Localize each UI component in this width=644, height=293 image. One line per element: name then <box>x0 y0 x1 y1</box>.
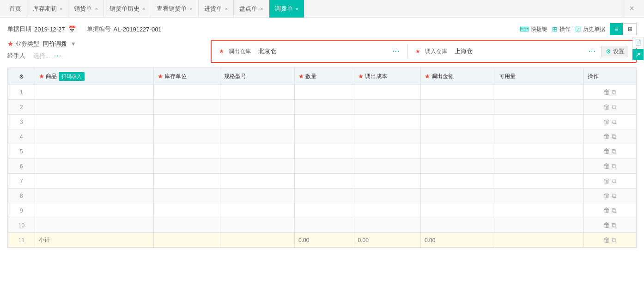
cell-unit[interactable] <box>153 85 220 100</box>
tab-purchase[interactable]: 进货单 × <box>199 0 234 18</box>
cell-amount[interactable] <box>421 159 495 174</box>
cell-qty[interactable] <box>295 159 354 174</box>
cell-spec[interactable] <box>220 85 295 100</box>
cell-amount[interactable] <box>421 129 495 144</box>
th-settings[interactable]: ⚙ <box>8 68 35 85</box>
cell-spec[interactable] <box>220 144 295 159</box>
cell-amount[interactable] <box>421 144 495 159</box>
cell-qty[interactable] <box>295 115 354 129</box>
copy-row-icon[interactable]: ⧉ <box>612 133 616 140</box>
copy-row-icon[interactable]: ⧉ <box>612 162 616 170</box>
cell-amount[interactable]: 0.00 <box>421 233 495 248</box>
cell-amount[interactable] <box>421 203 495 218</box>
copy-row-icon[interactable]: ⧉ <box>612 192 616 199</box>
biz-type-value[interactable]: 同价调拨 <box>43 40 67 48</box>
copy-row-icon[interactable]: ⧉ <box>612 103 616 110</box>
shortcuts-button[interactable]: ⌨ 快捷键 <box>520 25 547 33</box>
cell-cost[interactable] <box>354 100 421 115</box>
cell-qty[interactable] <box>295 129 354 144</box>
sidebar-expand-button[interactable]: ↗ <box>632 49 644 60</box>
cell-product[interactable] <box>35 85 153 100</box>
delete-row-icon[interactable]: 🗑 <box>603 118 610 125</box>
cell-product[interactable] <box>35 189 153 203</box>
cell-product[interactable] <box>35 129 153 144</box>
out-warehouse-more-icon[interactable]: ··· <box>392 47 400 55</box>
tab-sales-order[interactable]: 销货单 × <box>68 0 103 18</box>
tab-stocktake-close[interactable]: × <box>260 6 263 12</box>
cell-cost[interactable] <box>354 174 421 189</box>
delete-row-icon[interactable]: 🗑 <box>603 236 610 244</box>
cell-qty[interactable] <box>295 203 354 218</box>
cell-product[interactable] <box>35 218 153 233</box>
cell-cost[interactable]: 0.00 <box>354 233 421 248</box>
settings-button[interactable]: ⚙ 设置 <box>601 46 628 57</box>
delete-row-icon[interactable]: 🗑 <box>603 147 610 155</box>
cell-qty[interactable] <box>295 189 354 203</box>
cell-cost[interactable] <box>354 85 421 100</box>
cell-product[interactable]: 小计 <box>35 233 153 248</box>
copy-row-icon[interactable]: ⧉ <box>612 236 616 244</box>
cell-qty[interactable] <box>295 144 354 159</box>
cell-cost[interactable] <box>354 159 421 174</box>
tab-transfer-close[interactable]: × <box>296 6 298 12</box>
cell-qty[interactable] <box>295 174 354 189</box>
tab-purchase-close[interactable]: × <box>225 6 228 12</box>
cell-amount[interactable] <box>421 100 495 115</box>
copy-row-icon[interactable]: ⧉ <box>612 207 616 214</box>
tab-view-sales-close[interactable]: × <box>189 6 192 12</box>
tab-stocktake[interactable]: 盘点单 × <box>234 0 269 18</box>
cell-cost[interactable] <box>354 203 421 218</box>
history-button[interactable]: ☑ 历史单据 <box>575 25 605 33</box>
cell-spec[interactable] <box>220 129 295 144</box>
delete-row-icon[interactable]: 🗑 <box>603 133 610 140</box>
cell-unit[interactable] <box>153 115 220 129</box>
delete-row-icon[interactable]: 🗑 <box>603 177 610 184</box>
tab-sales-history-close[interactable]: × <box>142 6 145 12</box>
handler-more-icon[interactable]: ··· <box>54 52 61 60</box>
cell-spec[interactable] <box>220 115 295 129</box>
copy-row-icon[interactable]: ⧉ <box>612 177 616 184</box>
cell-qty[interactable] <box>295 100 354 115</box>
cell-spec[interactable] <box>220 159 295 174</box>
cell-cost[interactable] <box>354 218 421 233</box>
cell-cost[interactable] <box>354 115 421 129</box>
cell-cost[interactable] <box>354 144 421 159</box>
grid-view-button[interactable]: ⊞ <box>624 23 637 35</box>
cell-amount[interactable] <box>421 85 495 100</box>
list-view-button[interactable]: ≡ <box>610 23 623 35</box>
cell-qty[interactable] <box>295 85 354 100</box>
tab-inventory-init[interactable]: 库存期初 × <box>27 0 68 18</box>
cell-cost[interactable] <box>354 129 421 144</box>
cell-product[interactable] <box>35 115 153 129</box>
cell-unit[interactable] <box>153 174 220 189</box>
cell-spec[interactable] <box>220 218 295 233</box>
cell-spec[interactable] <box>220 233 295 248</box>
cell-unit[interactable] <box>153 100 220 115</box>
copy-row-icon[interactable]: ⧉ <box>612 118 616 125</box>
sidebar-doc-button[interactable]: 📄 <box>632 37 644 48</box>
copy-row-icon[interactable]: ⧉ <box>612 221 616 229</box>
cell-unit[interactable] <box>153 233 220 248</box>
window-close-button[interactable]: × <box>623 0 640 18</box>
cell-product[interactable] <box>35 144 153 159</box>
cell-amount[interactable] <box>421 174 495 189</box>
cell-spec[interactable] <box>220 189 295 203</box>
tab-sales-history[interactable]: 销货单历史 × <box>104 0 151 18</box>
cell-qty[interactable] <box>295 218 354 233</box>
delete-row-icon[interactable]: 🗑 <box>603 221 610 229</box>
scan-button[interactable]: 扫码录入 <box>59 72 85 81</box>
cell-amount[interactable] <box>421 115 495 129</box>
tab-sales-order-close[interactable]: × <box>95 6 97 12</box>
cell-product[interactable] <box>35 203 153 218</box>
cell-unit[interactable] <box>153 203 220 218</box>
cell-product[interactable] <box>35 100 153 115</box>
handler-value[interactable]: 选择... <box>33 52 50 60</box>
operations-button[interactable]: ⊞ 操作 <box>552 25 571 33</box>
tab-inventory-init-close[interactable]: × <box>60 6 62 12</box>
tab-home[interactable]: 首页 <box>4 0 27 18</box>
copy-row-icon[interactable]: ⧉ <box>612 88 616 96</box>
cell-amount[interactable] <box>421 218 495 233</box>
cell-cost[interactable] <box>354 189 421 203</box>
cell-product[interactable] <box>35 174 153 189</box>
calendar-icon[interactable]: 📅 <box>68 25 76 33</box>
